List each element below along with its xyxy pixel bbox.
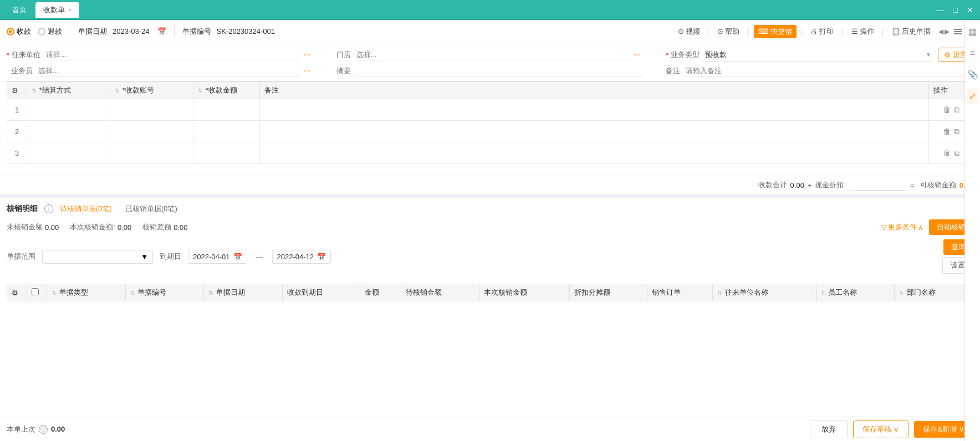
radio-receive[interactable]: 收款 xyxy=(7,27,31,37)
row-3-settle xyxy=(27,142,110,164)
receipts-table: ⚙ ⇅ *结算方式 ⇅ *收款账号 ⇅ *收款金额 备注 xyxy=(7,81,973,164)
tab-home[interactable]: 首页 xyxy=(4,2,34,18)
staff-more-btn[interactable]: ··· xyxy=(300,66,314,76)
row-1-copy-icon[interactable]: ⧉ xyxy=(954,105,959,115)
summary-field: 摘要 xyxy=(336,65,644,76)
row-3-account-input[interactable] xyxy=(110,142,193,163)
note-input[interactable] xyxy=(683,65,973,76)
row-2-account-input[interactable] xyxy=(110,121,193,142)
settings-gear-icon: ⚙ xyxy=(944,51,951,59)
done-label: 已核销单据 xyxy=(125,204,161,213)
radio-receive-label: 收款 xyxy=(17,27,31,37)
help-btn[interactable]: ⊙ 帮助 xyxy=(714,25,743,38)
print-label: 打印 xyxy=(819,27,834,37)
row-2-note-input[interactable] xyxy=(260,121,928,142)
partner-input[interactable] xyxy=(44,49,300,60)
done-tab-link[interactable]: 已核销单据(0笔) xyxy=(125,204,177,214)
row-2-copy-icon[interactable]: ⧉ xyxy=(954,127,959,136)
stats-row: 未核销金额 0.00 本次核销金额: 0.00 核销差额 0.00 ▽ 更多条件… xyxy=(7,219,973,235)
pending-count: 0笔 xyxy=(98,204,109,213)
sidebar-table-icon[interactable]: ▦ xyxy=(966,24,979,39)
row-3-copy-icon[interactable]: ⧉ xyxy=(954,148,959,158)
sort-type-icon: ⇅ xyxy=(52,290,56,296)
row-2-delete-icon[interactable]: 🗑 xyxy=(943,127,951,136)
more-conditions-btn[interactable]: ▽ 更多条件 ∧ xyxy=(881,222,923,232)
range-select[interactable]: ▼ xyxy=(42,250,153,264)
table-row: 2 🗑 ⧉ xyxy=(7,121,973,142)
save-draft-button[interactable]: 保存草稿 ∨ xyxy=(853,421,908,438)
range-chevron-icon: ▼ xyxy=(141,253,148,261)
row-1-settle-input[interactable] xyxy=(27,99,110,120)
partner-more-btn[interactable]: ··· xyxy=(300,50,314,60)
summary-input[interactable] xyxy=(354,65,644,76)
nav-prev[interactable]: ◀ xyxy=(938,28,943,35)
row-1-account-input[interactable] xyxy=(110,99,193,120)
row-3-delete-icon[interactable]: 🗑 xyxy=(943,148,951,157)
partner-required: * xyxy=(7,51,9,59)
row-1-note-input[interactable] xyxy=(260,99,928,120)
minimize-button[interactable]: — xyxy=(935,6,947,14)
row-3-amount-input[interactable] xyxy=(193,142,259,163)
th-table-gear[interactable]: ⚙ xyxy=(7,284,27,301)
abandon-button[interactable]: 放弃 xyxy=(810,421,848,438)
list-view-icon[interactable] xyxy=(954,29,962,34)
maximize-button[interactable]: □ xyxy=(951,6,960,14)
close-button[interactable]: ✕ xyxy=(964,6,976,14)
main-area: 收款 退款 单据日期 2023-03-24 📅 单据编号 SK-20230324… xyxy=(0,20,980,441)
store-more-btn[interactable]: ··· xyxy=(630,50,644,60)
date-from-field[interactable]: 2022-04-01 📅 xyxy=(188,250,247,264)
tab-current[interactable]: 收款单 × xyxy=(35,2,79,18)
row-1-amount xyxy=(193,99,260,121)
sep4: | xyxy=(841,27,843,35)
radio-refund[interactable]: 退款 xyxy=(38,27,62,37)
footer-info-value: 0.00 xyxy=(51,425,65,433)
date-to-field[interactable]: 2022-04-12 📅 xyxy=(272,250,331,264)
toolbar: 收款 退款 单据日期 2023-03-24 📅 单据编号 SK-20230324… xyxy=(0,20,980,43)
operation-btn[interactable]: ☰ 操作 xyxy=(848,25,877,38)
bottom-table-section: ⚙ ⇅ 单据类型 ⇅ 单据编号 ⇅ 单据日期 xyxy=(0,284,980,301)
tab-close-icon[interactable]: × xyxy=(68,7,72,13)
history-btn[interactable]: 📋 历史单据 xyxy=(888,25,934,38)
print-btn[interactable]: 🖨 打印 xyxy=(807,25,837,38)
business-type-field: * 业务类型 预收款 ▼ ⚙ 设置 xyxy=(666,48,973,62)
business-type-select[interactable]: 预收款 ▼ xyxy=(703,49,933,61)
sort-settle-icon: ⇅ xyxy=(32,88,36,94)
row-1-amount-input[interactable] xyxy=(193,99,259,120)
history-label: 历史单据 xyxy=(902,27,931,37)
sidebar-list-icon[interactable]: ≡ xyxy=(968,46,977,60)
row-3-note-input[interactable] xyxy=(260,142,928,163)
video-btn[interactable]: ⊙ 视频 xyxy=(675,25,703,38)
sep3: | xyxy=(801,27,803,35)
calendar-to-icon: 📅 xyxy=(317,253,326,261)
row-num-1: 1 xyxy=(7,99,27,121)
reconcile-header: 核销明细 i 待核销单据(0笔) 已核销单据(0笔) xyxy=(7,204,973,214)
sidebar-attach-icon[interactable]: 📎 xyxy=(965,67,981,82)
date-from-value: 2022-04-01 xyxy=(193,253,230,261)
sidebar-expand-icon[interactable]: ⤢ xyxy=(967,89,978,104)
th-date: ⇅ 单据日期 xyxy=(204,284,283,301)
footer-info-icon[interactable]: ⓘ xyxy=(39,425,48,434)
calendar-icon[interactable]: 📅 xyxy=(157,27,166,35)
staff-input[interactable] xyxy=(36,65,300,76)
separator-2 xyxy=(174,26,175,37)
shortcut-btn[interactable]: ⌨ 快捷键 xyxy=(754,25,797,38)
nav-next[interactable]: ▶ xyxy=(945,28,950,35)
pending-tab-link[interactable]: 待核销单据(0笔) xyxy=(60,204,112,214)
store-input[interactable] xyxy=(354,49,630,60)
row-2-amount-input[interactable] xyxy=(193,121,259,142)
range-label: 单据范围 xyxy=(7,252,35,261)
th-gear[interactable]: ⚙ xyxy=(7,82,27,99)
select-all-checkbox[interactable] xyxy=(32,288,39,295)
row-3-settle-input[interactable] xyxy=(27,142,110,163)
discount-input[interactable] xyxy=(849,180,905,191)
help-label: 帮助 xyxy=(725,27,739,37)
th-due: 收款到期日 xyxy=(282,284,360,301)
th-settle: ⇅ *结算方式 xyxy=(27,82,110,99)
row-2-settle-input[interactable] xyxy=(27,121,110,142)
total-value: 0.00 xyxy=(790,181,804,189)
due-date-label: 到期日 xyxy=(160,252,181,261)
reconcile-info-icon[interactable]: i xyxy=(44,204,53,213)
filter-row: 单据范围 ▼ 到期日 2022-04-01 📅 — 2022-04-12 📅 查… xyxy=(7,239,973,274)
row-1-delete-icon[interactable]: 🗑 xyxy=(943,105,951,114)
radio-refund-label: 退款 xyxy=(48,27,62,37)
